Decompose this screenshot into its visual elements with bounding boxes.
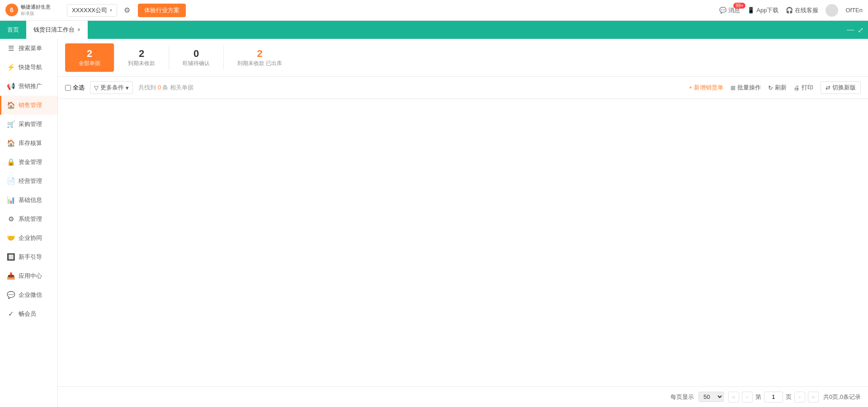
stat-number-wangwang: 0 bbox=[193, 48, 199, 60]
checkbox-input[interactable] bbox=[65, 85, 71, 91]
refresh-icon: ↻ bbox=[768, 84, 773, 91]
sidebar-item-quick-nav[interactable]: ⚡ 快捷导航 bbox=[0, 58, 57, 77]
toolbar-right: + 新增销货单 ⊞ 批量操作 ↻ 刷新 🖨 打印 ⇄ 切换新版 bbox=[689, 81, 861, 94]
tab-bar: 首页 钱货日清工作台 × — ⤢ bbox=[0, 21, 868, 39]
print-button[interactable]: 🖨 打印 bbox=[794, 84, 813, 92]
stat-label-wangwang: 旺辅待确认 bbox=[183, 60, 210, 67]
table-area bbox=[58, 99, 868, 386]
online-service-button[interactable]: 🎧 在线客服 bbox=[786, 6, 818, 14]
sidebar-item-member[interactable]: ✓ 畅会员 bbox=[0, 304, 57, 323]
menu-icon: ☰ bbox=[7, 44, 15, 52]
switch-version-button[interactable]: ⇄ 切换新版 bbox=[821, 81, 861, 94]
result-text: 共找到 0 条 相关单据 bbox=[138, 84, 193, 92]
logo-area: 6 畅捷通好生意 标准版 bbox=[5, 4, 63, 16]
enterprise-icon: 🤝 bbox=[7, 234, 15, 242]
new-order-button[interactable]: + 新增销货单 bbox=[689, 84, 723, 92]
guide-icon: 🔲 bbox=[7, 253, 15, 261]
stat-number-overdue-stock: 2 bbox=[257, 48, 263, 60]
main-layout: ☰ 搜索菜单 ⚡ 快捷导航 📢 营销推广 🏠 销售管理 🛒 采购管理 🏠 库存核… bbox=[0, 39, 868, 407]
chevron-down-icon: ▾ bbox=[110, 8, 112, 13]
select-all-checkbox[interactable]: 全选 bbox=[65, 84, 85, 92]
settings-button[interactable]: ⚙ bbox=[121, 4, 133, 17]
per-page-label: 每页显示 bbox=[670, 393, 694, 401]
sidebar-item-purchase[interactable]: 🛒 采购管理 bbox=[0, 115, 57, 134]
sidebar-item-system[interactable]: ⚙ 系统管理 bbox=[0, 210, 57, 229]
page-input[interactable] bbox=[764, 392, 783, 402]
filter-icon: ▽ bbox=[94, 84, 99, 91]
app-version: 标准版 bbox=[21, 10, 51, 17]
message-badge: 99+ bbox=[733, 3, 745, 9]
sidebar-item-appstore[interactable]: 📥 应用中心 bbox=[0, 267, 57, 285]
prev-page-button[interactable]: ‹ bbox=[742, 392, 753, 402]
last-page-button[interactable]: » bbox=[808, 392, 819, 402]
marketing-icon: 📢 bbox=[7, 82, 15, 90]
refresh-button[interactable]: ↻ 刷新 bbox=[768, 84, 787, 92]
sidebar-item-guide[interactable]: 🔲 新手引导 bbox=[0, 248, 57, 267]
sidebar-item-operation[interactable]: 📄 经营管理 bbox=[0, 172, 57, 191]
switch-icon: ⇄ bbox=[826, 84, 830, 91]
member-icon: ✓ bbox=[7, 310, 15, 318]
basic-icon: 📊 bbox=[7, 196, 15, 204]
tab-minimize-button[interactable]: — bbox=[847, 26, 854, 34]
operation-icon: 📄 bbox=[7, 177, 15, 185]
gear-icon: ⚙ bbox=[124, 6, 130, 14]
sidebar-item-enterprise[interactable]: 🤝 企业协同 bbox=[0, 229, 57, 248]
stat-card-all[interactable]: 2 全部单据 bbox=[65, 43, 114, 72]
chevron-filter-icon: ▾ bbox=[126, 84, 129, 91]
finance-icon: 🔒 bbox=[7, 158, 15, 166]
purchase-icon: 🛒 bbox=[7, 120, 15, 128]
page-prefix: 第 bbox=[755, 393, 761, 401]
avatar[interactable] bbox=[826, 4, 838, 17]
next-page-button[interactable]: › bbox=[794, 392, 805, 402]
stat-number-all: 2 bbox=[87, 48, 92, 60]
company-name: XXXXXX公司 bbox=[72, 6, 107, 14]
filter-button[interactable]: ▽ 更多条件 ▾ bbox=[90, 81, 133, 94]
stat-card-overdue[interactable]: 2 到期未收款 bbox=[114, 43, 169, 72]
stat-label-all: 全部单据 bbox=[79, 60, 100, 67]
tab-close-button[interactable]: × bbox=[77, 27, 80, 33]
stat-card-overdue-stock[interactable]: 2 到期未收款 已出库 bbox=[224, 43, 296, 72]
message-button[interactable]: 💬 消息 99+ bbox=[719, 6, 740, 14]
toolbar: 全选 ▽ 更多条件 ▾ 共找到 0 条 相关单据 + 新增销货单 ⊞ 批量操作 bbox=[58, 77, 868, 99]
appstore-icon: 📥 bbox=[7, 272, 15, 280]
tab-maximize-button[interactable]: ⤢ bbox=[858, 26, 863, 34]
tab-home[interactable]: 首页 bbox=[0, 21, 26, 39]
sidebar-item-sales[interactable]: 🏠 销售管理 bbox=[0, 96, 57, 115]
first-page-button[interactable]: « bbox=[728, 392, 739, 402]
inventory-icon: 🏠 bbox=[7, 139, 15, 147]
batch-button[interactable]: ⊞ 批量操作 bbox=[731, 84, 761, 92]
user-name: OfTEn bbox=[845, 7, 863, 14]
sidebar-item-inventory[interactable]: 🏠 库存核算 bbox=[0, 134, 57, 153]
sidebar-item-basic[interactable]: 📊 基础信息 bbox=[0, 191, 57, 210]
print-icon: 🖨 bbox=[794, 84, 800, 91]
tab-active[interactable]: 钱货日清工作台 × bbox=[26, 21, 88, 39]
stat-label-overdue: 到期未收款 bbox=[128, 60, 155, 67]
system-icon: ⚙ bbox=[7, 215, 15, 223]
message-icon: 💬 bbox=[719, 7, 726, 14]
page-nav: « ‹ 第 页 › » bbox=[728, 392, 819, 402]
sidebar-item-finance[interactable]: 🔒 资金管理 bbox=[0, 153, 57, 172]
sidebar-item-wechat[interactable]: 💬 企业微信 bbox=[0, 285, 57, 304]
trial-button[interactable]: 体验行业方案 bbox=[138, 4, 186, 17]
company-selector[interactable]: XXXXXX公司 ▾ bbox=[67, 4, 117, 17]
download-icon: 📱 bbox=[747, 7, 755, 14]
header-right: 💬 消息 99+ 📱 App下载 🎧 在线客服 OfTEn bbox=[719, 4, 863, 17]
sidebar-item-search-menu[interactable]: ☰ 搜索菜单 bbox=[0, 39, 57, 58]
total-records: 共0页,0条记录 bbox=[823, 393, 861, 401]
sidebar: ☰ 搜索菜单 ⚡ 快捷导航 📢 营销推广 🏠 销售管理 🛒 采购管理 🏠 库存核… bbox=[0, 39, 58, 407]
stat-number-overdue: 2 bbox=[139, 48, 144, 60]
top-header: 6 畅捷通好生意 标准版 XXXXXX公司 ▾ ⚙ 体验行业方案 💬 消息 99… bbox=[0, 0, 868, 21]
headset-icon: 🎧 bbox=[786, 7, 793, 14]
sidebar-item-marketing[interactable]: 📢 营销推广 bbox=[0, 77, 57, 96]
stats-row: 2 全部单据 2 到期未收款 0 旺辅待确认 2 到期未收款 已出库 bbox=[58, 39, 868, 77]
quick-icon: ⚡ bbox=[7, 63, 15, 71]
content-area: 2 全部单据 2 到期未收款 0 旺辅待确认 2 到期未收款 已出库 bbox=[58, 39, 868, 407]
tab-bar-right: — ⤢ bbox=[847, 26, 868, 34]
app-name: 畅捷通好生意 bbox=[21, 4, 51, 10]
per-page-select[interactable]: 50 100 200 bbox=[698, 392, 724, 402]
stat-card-wangwang[interactable]: 0 旺辅待确认 bbox=[169, 43, 223, 72]
stat-label-overdue-stock: 到期未收款 已出库 bbox=[237, 60, 282, 67]
sales-icon: 🏠 bbox=[7, 101, 15, 109]
app-download-button[interactable]: 📱 App下载 bbox=[747, 6, 778, 14]
page-suffix: 页 bbox=[786, 393, 792, 401]
